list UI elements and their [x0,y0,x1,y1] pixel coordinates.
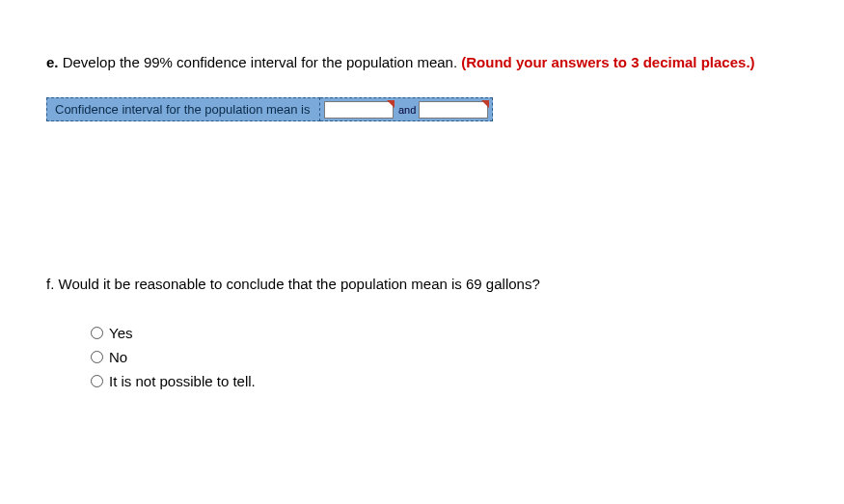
confidence-interval-row: Confidence interval for the population m… [46,97,798,121]
radio-icon[interactable] [91,351,103,363]
radio-icon[interactable] [91,375,103,387]
option-no-label: No [109,349,127,365]
question-e: e. Develop the 99% confidence interval f… [46,54,798,70]
ci-label: Confidence interval for the population m… [46,97,320,121]
question-e-text: Develop the 99% confidence interval for … [59,54,462,70]
ci-upper-input[interactable] [419,101,488,119]
options-group: Yes No It is not possible to tell. [46,325,798,389]
option-yes[interactable]: Yes [91,325,798,341]
ci-and-text: and [394,104,419,116]
option-not-possible-label: It is not possible to tell. [109,373,256,389]
question-content: e. Develop the 99% confidence interval f… [0,0,844,389]
ci-lower-input[interactable] [324,101,394,119]
option-yes-label: Yes [109,325,132,341]
question-f: f. Would it be reasonable to conclude th… [46,276,798,292]
ci-input-cell: and [320,97,493,121]
ci-input-wrap-2 [419,101,488,119]
radio-icon[interactable] [91,327,103,339]
question-f-text: Would it be reasonable to conclude that … [54,276,539,292]
option-not-possible[interactable]: It is not possible to tell. [91,373,798,389]
ci-input-wrap-1 [324,101,394,119]
flag-icon [481,100,489,108]
question-e-letter: e. [46,54,59,70]
option-no[interactable]: No [91,349,798,365]
question-e-instruction: (Round your answers to 3 decimal places.… [461,54,754,70]
flag-icon [387,100,395,108]
